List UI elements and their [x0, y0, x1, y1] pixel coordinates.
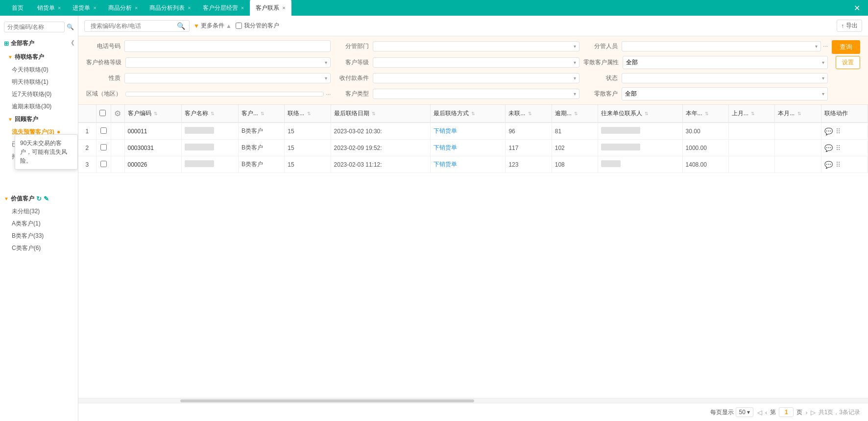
row3-checkbox[interactable] — [96, 156, 111, 173]
collapse-sidebar-btn[interactable]: 《 — [68, 39, 74, 48]
all-customers-header[interactable]: ⊞ 全部客户 《 — [0, 36, 78, 50]
sidebar-item-class-b[interactable]: B类客户(33) — [0, 230, 78, 242]
edit-icon[interactable]: ✎ — [44, 195, 49, 202]
close-tab-purchase[interactable]: × — [93, 5, 96, 11]
sidebar-item-no-group[interactable]: 未分组(32) — [0, 205, 78, 218]
row2-code[interactable]: 00030031 — [124, 140, 181, 156]
horizontal-scrollbar[interactable] — [78, 398, 868, 403]
filter-region-select[interactable] — [125, 92, 324, 97]
prev-page-btn[interactable]: ‹ — [765, 409, 767, 416]
th-last-contact-date[interactable]: 最后联络日期 ⇅ — [331, 105, 430, 123]
close-tab-product-analysis-list[interactable]: × — [188, 5, 191, 11]
sidebar-item-7day-pending[interactable]: 近7天待联络(0) — [0, 88, 78, 100]
filter-price-tier-select[interactable]: ▾ — [125, 57, 331, 68]
filter-payment-select[interactable]: ▾ — [373, 73, 579, 83]
filter-retail-customer-select[interactable]: 全部 ▾ — [622, 87, 828, 100]
main-search-icon[interactable]: 🔍 — [177, 22, 185, 30]
row2-more-icon[interactable]: ⠿ — [836, 144, 841, 152]
th-contact[interactable]: 联络... ⇅ — [285, 105, 331, 123]
group-header-value[interactable]: ▼ 价值客户 ↻ ✎ — [0, 192, 78, 205]
tab-purchase[interactable]: 进货单 × — [67, 0, 102, 16]
th-not-contacted[interactable]: 未联... ⇅ — [506, 105, 552, 123]
tab-product-analysis-list[interactable]: 商品分析列表 × — [144, 0, 196, 16]
first-page-btn[interactable]: ◁ — [757, 409, 762, 416]
sidebar-item-today-pending[interactable]: 今天待联络(0) — [0, 64, 78, 76]
th-this-year[interactable]: 本年... ⇅ — [682, 105, 728, 123]
close-tab-product-analysis[interactable]: × — [135, 5, 138, 11]
export-button[interactable]: ↑ 导出 — [837, 20, 862, 32]
th-type[interactable]: 客户... ⇅ — [238, 105, 284, 123]
th-name[interactable]: 客户名称 ⇅ — [181, 105, 238, 123]
row1-checkbox[interactable] — [96, 123, 111, 140]
filter-customer-tier-select[interactable]: ▾ — [373, 57, 579, 68]
row3-more-icon[interactable]: ⠿ — [836, 161, 841, 169]
row3-check[interactable] — [100, 161, 107, 167]
row2-checkbox[interactable] — [96, 140, 111, 156]
row1-check[interactable] — [100, 127, 107, 134]
filter-region-more[interactable]: ··· — [326, 91, 331, 98]
query-button[interactable]: 查询 — [832, 40, 860, 54]
row3-code[interactable]: 000026 — [124, 156, 181, 173]
row1-code[interactable]: 000011 — [124, 123, 181, 140]
filter-dept-select[interactable]: ▾ — [373, 41, 579, 51]
next-page-btn[interactable]: › — [805, 409, 807, 416]
row2-last-contact-way[interactable]: 下销货单 — [430, 140, 506, 156]
my-customers-checkbox[interactable]: 我分管的客户 — [236, 22, 279, 30]
tab-customer-contact[interactable]: 客户联系 × — [250, 0, 291, 16]
select-all-checkbox[interactable] — [99, 110, 106, 116]
th-this-month[interactable]: 本月... ⇅ — [775, 105, 821, 123]
window-close-button[interactable]: ✕ — [850, 3, 864, 13]
sidebar-search-icon[interactable]: 🔍 — [67, 24, 74, 30]
settings-button[interactable]: 设置 — [836, 56, 860, 69]
filter-customer-type-select[interactable]: ▾ — [373, 89, 579, 99]
filter-status-select[interactable]: ▾ — [622, 73, 828, 83]
th-last-month[interactable]: 上月... ⇅ — [728, 105, 774, 123]
sidebar-item-class-a[interactable]: A类客户(1) — [0, 218, 78, 230]
group-header-review[interactable]: ▼ 回顾客户 — [0, 113, 78, 126]
page-number-input[interactable] — [779, 407, 794, 417]
row1-last-contact-way[interactable]: 下销货单 — [430, 123, 506, 140]
filter-manager-select[interactable]: ▾ — [622, 41, 821, 51]
th-last-contact-way[interactable]: 最后联络方式 ⇅ — [430, 105, 506, 123]
page-size-box[interactable]: 50 ▾ — [736, 407, 753, 417]
group-header-pending[interactable]: ▼ 待联络客户 — [0, 50, 78, 64]
refresh-icon[interactable]: ↻ — [36, 195, 42, 202]
my-customers-check-input[interactable] — [236, 23, 242, 29]
row2-action: 💬 ⠿ — [821, 140, 868, 156]
th-unit-contact[interactable]: 往来单位联系人 ⇅ — [598, 105, 682, 123]
retail-attr-arrow-icon: ▾ — [822, 60, 824, 65]
row1-chat-icon[interactable]: 💬 — [824, 127, 833, 135]
row2-chat-icon[interactable]: 💬 — [824, 144, 833, 152]
scroll-thumb[interactable] — [180, 399, 474, 402]
filter-dept-label: 分管部门 — [335, 42, 369, 50]
sidebar-search-input[interactable] — [4, 22, 65, 32]
close-tab-sales[interactable]: × — [58, 5, 61, 11]
close-tab-customer-tier[interactable]: × — [241, 5, 244, 11]
th-action: 联络动作 — [821, 105, 868, 123]
filter-retail-attr-select[interactable]: 全部 ▾ — [623, 56, 828, 69]
sidebar-item-tomorrow-pending[interactable]: 明天待联络(1) — [0, 76, 78, 88]
tab-home[interactable]: 首页 — [4, 0, 31, 16]
export-icon: ↑ — [841, 23, 844, 29]
filter-manager-more[interactable]: ··· — [823, 43, 828, 50]
tab-sales[interactable]: 销货单 × — [31, 0, 67, 16]
close-tab-customer-contact[interactable]: × — [282, 5, 285, 11]
row2-check[interactable] — [100, 144, 107, 150]
row3-last-contact-way[interactable]: 下销货单 — [430, 156, 506, 173]
filter-phone-input[interactable] — [124, 40, 331, 52]
tab-product-analysis[interactable]: 商品分析 × — [102, 0, 144, 16]
main-search-input[interactable] — [89, 21, 177, 31]
filter-status: 状态 ▾ — [583, 73, 828, 83]
table-gear-icon[interactable]: ⚙ — [114, 109, 121, 118]
sidebar-item-class-c[interactable]: C类客户(6) — [0, 242, 78, 254]
tab-customer-tier[interactable]: 客户分层经营 × — [197, 0, 250, 16]
row3-chat-icon[interactable]: 💬 — [824, 161, 833, 169]
last-page-btn[interactable]: ▷ — [811, 409, 816, 416]
th-code[interactable]: 客户编码 ⇅ — [124, 105, 181, 123]
row1-more-icon[interactable]: ⠿ — [836, 127, 841, 135]
th-overdue[interactable]: 逾期... ⇅ — [552, 105, 598, 123]
more-conditions-btn[interactable]: ▼ 更多条件 ▲ — [193, 22, 232, 30]
filter-nature-select[interactable]: ▾ — [124, 73, 331, 83]
nature-arrow-icon: ▾ — [325, 75, 327, 81]
sidebar-item-overdue-pending[interactable]: 逾期未联络(30) — [0, 100, 78, 113]
